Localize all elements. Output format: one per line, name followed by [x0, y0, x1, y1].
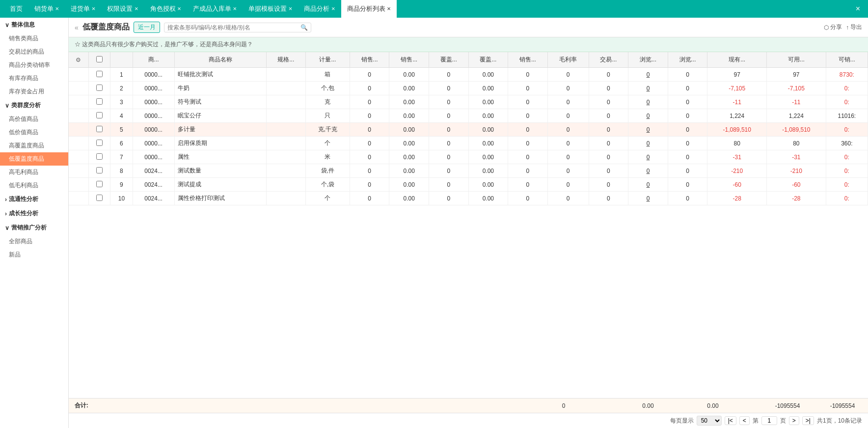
nav-home[interactable]: 首页	[4, 0, 28, 18]
view-link[interactable]: 0	[647, 99, 650, 106]
col-sales-count[interactable]: 销售...	[508, 52, 548, 68]
sidebar-group-overall[interactable]: ∨ 整体信息	[0, 18, 68, 32]
sidebar-group-marketing[interactable]: ∨ 营销推广分析	[0, 221, 68, 235]
cell-code: 0024...	[133, 178, 174, 192]
cell-code: 0000...	[133, 82, 174, 95]
sidebar-item-high-value[interactable]: 高价值商品	[0, 113, 68, 126]
nav-template[interactable]: 单据模板设置 ×	[243, 0, 298, 18]
cell-view2: 0	[668, 150, 707, 164]
window-close-button[interactable]: ×	[852, 4, 864, 13]
view-link[interactable]: 0	[647, 195, 650, 202]
cell-available-stock: 1,224	[767, 109, 826, 123]
row-checkbox[interactable]	[96, 153, 103, 160]
row-checkbox[interactable]	[96, 181, 103, 187]
cell-view2: 0	[668, 95, 707, 109]
col-available-stock[interactable]: 可用...	[767, 52, 826, 68]
col-sales-qty[interactable]: 销售...	[350, 52, 389, 68]
col-current-stock[interactable]: 现有...	[707, 52, 767, 68]
col-sales-amt[interactable]: 销售...	[389, 52, 429, 68]
col-settings[interactable]: ⚙	[69, 52, 88, 68]
col-view2[interactable]: 浏览...	[668, 52, 707, 68]
per-page-select[interactable]: 50 100 200	[697, 416, 722, 426]
sidebar-item-new-goods[interactable]: 新品	[0, 248, 68, 261]
cell-sales-amt: 0.00	[389, 82, 429, 95]
cell-coverage2: 0.00	[468, 137, 508, 150]
main-layout: ∨ 整体信息 销售类商品 交易过的商品 商品分类动销率 有库存商品 库存资金占用…	[0, 18, 868, 428]
col-name[interactable]: 商品名称	[174, 52, 266, 68]
row-checkbox[interactable]	[96, 126, 103, 132]
sidebar-item-sales-goods[interactable]: 销售类商品	[0, 32, 68, 45]
row-checkbox[interactable]	[96, 140, 103, 146]
select-all-checkbox[interactable]	[96, 56, 103, 62]
search-icon[interactable]: 🔍	[300, 24, 308, 31]
sidebar-item-in-stock[interactable]: 有库存商品	[0, 72, 68, 85]
nav-analysis[interactable]: 商品分析 ×	[298, 0, 341, 18]
cell-unit: 个,包	[306, 82, 350, 95]
cell-coverage1: 0	[429, 137, 468, 150]
row-checkbox[interactable]	[96, 98, 103, 105]
last-page-button[interactable]: >|	[802, 416, 814, 425]
nav-sales[interactable]: 销货单 ×	[28, 0, 65, 18]
sidebar-item-low-coverage[interactable]: 低覆盖度商品	[0, 152, 68, 166]
collapse-button[interactable]: «	[75, 24, 79, 31]
cell-current-stock: -210	[707, 164, 767, 178]
view-link[interactable]: 0	[647, 126, 650, 133]
cell-spec	[266, 150, 306, 164]
col-view1[interactable]: 浏览...	[628, 52, 668, 68]
col-margin[interactable]: 毛利率	[547, 52, 589, 68]
chevron-right-icon: ›	[5, 196, 7, 203]
sidebar-item-low-margin[interactable]: 低毛利商品	[0, 179, 68, 192]
cell-saleable: 0:	[826, 164, 868, 178]
sidebar-item-low-value[interactable]: 低价值商品	[0, 126, 68, 139]
col-coverage2[interactable]: 覆盖...	[468, 52, 508, 68]
cell-available-stock: -1,089,510	[767, 123, 826, 137]
col-saleable[interactable]: 可销...	[826, 52, 868, 68]
row-checkbox[interactable]	[96, 195, 103, 201]
sidebar-group-cluster[interactable]: ∨ 类群度分析	[0, 98, 68, 113]
view-link[interactable]: 0	[647, 154, 650, 161]
cell-margin: 0	[547, 192, 589, 205]
search-input[interactable]	[167, 24, 300, 31]
filter-button[interactable]: 近一月	[134, 22, 160, 33]
sidebar-item-high-margin[interactable]: 高毛利商品	[0, 166, 68, 179]
row-checkbox[interactable]	[96, 85, 103, 91]
view-link[interactable]: 0	[647, 113, 650, 119]
export-button[interactable]: ↑ 导出	[846, 23, 862, 31]
sidebar-item-high-coverage[interactable]: 高覆盖度商品	[0, 139, 68, 152]
nav-permission[interactable]: 权限设置 ×	[101, 0, 144, 18]
nav-role[interactable]: 角色授权 ×	[144, 0, 187, 18]
row-checkbox[interactable]	[96, 71, 103, 77]
page-input[interactable]	[761, 416, 777, 425]
nav-stock[interactable]: 产成品入库单 ×	[187, 0, 243, 18]
sidebar-group-circulation[interactable]: › 流通性分析	[0, 192, 68, 206]
sidebar-item-all-goods[interactable]: 全部商品	[0, 235, 68, 248]
sidebar-group-growth[interactable]: › 成长性分析	[0, 206, 68, 221]
nav-purchase[interactable]: 进货单 ×	[65, 0, 101, 18]
row-checkbox[interactable]	[96, 167, 103, 173]
table-row: 6 0000... 启用保质期 个 0 0.00 0 0.00 0 0 0 0 …	[69, 137, 868, 150]
col-spec[interactable]: 规格...	[266, 52, 306, 68]
nav-analysis-list[interactable]: 商品分析列表 ×	[341, 0, 397, 18]
sidebar-item-category-rate[interactable]: 商品分类动销率	[0, 58, 68, 72]
first-page-button[interactable]: |<	[725, 416, 736, 425]
cell-code: 0000...	[133, 123, 174, 137]
row-checkbox[interactable]	[96, 112, 103, 118]
view-link[interactable]: 0	[647, 181, 650, 188]
view-link[interactable]: 0	[647, 85, 650, 92]
view-link[interactable]: 0	[647, 168, 650, 174]
view-link[interactable]: 0	[647, 71, 650, 78]
table-wrapper[interactable]: ⚙ 商... 商品名称 规格... 计量... 销售... 销售... 覆盖..…	[69, 52, 868, 398]
col-code[interactable]: 商...	[133, 52, 174, 68]
col-coverage1[interactable]: 覆盖...	[429, 52, 468, 68]
next-page-button[interactable]: >	[789, 416, 799, 425]
cell-view2: 0	[668, 82, 707, 95]
view-link[interactable]: 0	[647, 140, 650, 147]
share-button[interactable]: ⬡ 分享	[824, 23, 842, 31]
col-trade[interactable]: 交易...	[589, 52, 628, 68]
col-unit[interactable]: 计量...	[306, 52, 350, 68]
prev-page-button[interactable]: <	[739, 416, 750, 425]
settings-icon[interactable]: ⚙	[76, 57, 81, 63]
sidebar-item-traded-goods[interactable]: 交易过的商品	[0, 45, 68, 58]
sidebar-item-stock-capital[interactable]: 库存资金占用	[0, 85, 68, 98]
cell-view1: 0	[628, 95, 668, 109]
